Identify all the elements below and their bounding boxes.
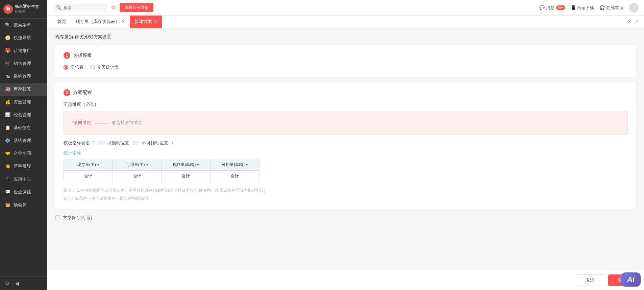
download-icon: 📱: [571, 5, 576, 10]
gift-icon: 🎁: [5, 48, 11, 54]
search-icon: 🔍: [5, 22, 11, 28]
sidebar-item-inventory[interactable]: 🏭 库存核算: [0, 83, 47, 96]
stats-col-0: 现存量(主) ▾ 合计: [64, 159, 113, 182]
sidebar-item-vip[interactable]: 👑 畅会员: [0, 198, 47, 211]
sidebar-item-wechat[interactable]: 💬 企业微信: [0, 186, 47, 198]
chevron-down-icon: ▾: [246, 163, 248, 167]
chevron-down-icon: ▾: [197, 163, 199, 167]
step2-label: 方案配置: [73, 90, 92, 96]
collapse-icon[interactable]: ◀: [15, 280, 19, 287]
stats-col-1-label: 可用量(主): [126, 162, 145, 168]
tab-inventory-label: 现存量（库存状况表）: [76, 19, 120, 25]
app-download-btn[interactable]: 📱 App下载: [571, 5, 594, 11]
expand-icon[interactable]: ⤢: [634, 19, 639, 25]
warehouse-icon: 🏭: [5, 86, 11, 92]
sidebar: 畅 畅康通好生意 标准版 🔍 搜索菜单 🧭 快捷导航 🎁 营销推广 🛒 销售管理…: [0, 0, 47, 290]
page-title: 现存量(库存状况表)方案设置: [55, 34, 636, 40]
sidebar-bottom: ⚙ ◀: [0, 276, 47, 290]
app-download-label: App下载: [577, 5, 594, 11]
dim-area[interactable]: *纵向维度 —— 请选择分组维度: [64, 111, 628, 135]
radio-summary-label: 汇总表: [70, 64, 83, 70]
money-icon: 💰: [5, 99, 11, 105]
app-edition: 标准版: [15, 9, 39, 14]
sidebar-item-system[interactable]: ⚙️ 系统管理: [0, 134, 47, 147]
sidebar-item-marketing[interactable]: 🎁 营销推广: [0, 44, 47, 57]
cancel-button[interactable]: 取消: [576, 274, 604, 286]
step1-card: 1 选择模板 汇总表 交叉统计表: [55, 45, 636, 77]
avatar[interactable]: [629, 3, 639, 13]
stats-label: 统计指标: [64, 150, 628, 156]
new-user-icon: 👋: [5, 163, 11, 169]
sidebar-item-base[interactable]: 📋 基础信息: [0, 121, 47, 134]
stats-table-header: 现存量(主) ▾ 合计 可用量(主) ▾ 合计: [64, 159, 259, 182]
stats-col-0-label: 现存量(主): [77, 162, 96, 168]
stats-col-3-header[interactable]: 可用量(基辅) ▾: [210, 159, 259, 171]
gear-icon[interactable]: ⚙: [5, 280, 9, 287]
stats-col-0-header[interactable]: 现存量(主) ▾: [64, 159, 113, 171]
tab-new-plan[interactable]: 新建方案 ✕: [130, 16, 162, 28]
tab-new-plan-label: 新建方案: [134, 19, 152, 25]
online-service-btn[interactable]: 🎧 在线客服: [599, 5, 624, 11]
close-window-icon[interactable]: ✕: [627, 19, 631, 25]
step2-header: 2 方案配置: [64, 89, 628, 96]
dim-section-label: 汇总维度（必选）: [64, 101, 628, 107]
footer-bar: 取消 查询: [47, 270, 644, 290]
stats-col-2-body: 合计: [162, 171, 210, 182]
stats-col-2-header[interactable]: 现存量(基辅) ▾: [162, 159, 210, 171]
sidebar-item-label: 基础信息: [14, 125, 31, 131]
tab-home[interactable]: 首页: [53, 16, 71, 28]
radio-cross[interactable]: 交叉统计表: [90, 64, 119, 70]
search-box[interactable]: 🔍: [53, 4, 107, 11]
dim-placeholder: 请选择分组维度: [112, 120, 142, 126]
search-input[interactable]: [64, 5, 97, 10]
template-radio-group: 汇总表 交叉统计表: [64, 64, 628, 70]
sidebar-item-nav[interactable]: 🧭 快捷导航: [0, 31, 47, 44]
tip-1: 提示： 1.拖动标题栏可以调整布局，不可跨维度或指标区域拖动栏目字段(只能在同一…: [64, 186, 628, 194]
sidebar-item-manage[interactable]: 📊 经营管理: [0, 108, 47, 121]
sidebar-item-purchase[interactable]: 🛍 采购管理: [0, 70, 47, 83]
sidebar-item-appcenter[interactable]: 📱 应用中心: [0, 173, 47, 186]
radio-cross-label: 交叉统计表: [97, 64, 119, 70]
sidebar-item-sales[interactable]: 🛒 销售管理: [0, 57, 47, 70]
save-checkbox[interactable]: [55, 215, 60, 220]
step1-label: 选择模板: [73, 52, 92, 58]
settings-icon: ⚙️: [5, 138, 11, 144]
message-btn[interactable]: 💬 消息 99+: [539, 5, 565, 11]
tab-inventory[interactable]: 现存量（库存状况表） ✕: [71, 16, 130, 28]
stats-col-2: 现存量(基辅) ▾ 合计: [162, 159, 211, 182]
save-row: 方案保存(可选): [55, 215, 636, 221]
stats-col-2-label: 现存量(基辅): [173, 162, 196, 168]
ai-badge[interactable]: Ai: [621, 272, 641, 287]
tab-home-label: 首页: [57, 19, 66, 25]
tab-inventory-close[interactable]: ✕: [122, 19, 125, 24]
tabs-actions: ✕ ⤢: [627, 19, 639, 25]
sidebar-item-finance[interactable]: 💰 资金管理: [0, 96, 47, 108]
tabs-bar: 首页 现存量（库存状况表） ✕ 新建方案 ✕ ✕ ⤢: [47, 16, 644, 28]
stats-col-1-header[interactable]: 可用量(主) ▾: [113, 159, 162, 171]
message-badge: 99+: [556, 5, 565, 10]
step1-num: 1: [64, 52, 70, 59]
radio-summary-circle: [64, 65, 68, 70]
app-center-icon: 📱: [5, 176, 11, 182]
movable-tag: [97, 141, 104, 145]
step2-card: 2 方案配置 汇总维度（必选） *纵向维度 —— 请选择分组维度 模板指标设定（…: [55, 82, 636, 209]
indicator-suffix: ）: [171, 140, 175, 146]
message-label: 消息: [546, 5, 555, 11]
save-label: 方案保存(可选): [63, 215, 92, 221]
settings-icon[interactable]: ⚙: [111, 4, 116, 11]
sidebar-item-label: 经营管理: [14, 112, 31, 118]
sidebar-item-label: 搜索菜单: [14, 22, 31, 28]
sidebar-item-collab[interactable]: 🤝 企业协同: [0, 147, 47, 160]
search-icon: 🔍: [56, 5, 61, 10]
sidebar-item-search[interactable]: 🔍 搜索菜单: [0, 19, 47, 31]
tab-new-plan-close[interactable]: ✕: [154, 19, 157, 24]
handshake-icon: 🤝: [5, 150, 11, 156]
sidebar-item-label: 采购管理: [14, 73, 31, 79]
industry-btn[interactable]: 体验行业方案: [120, 3, 153, 12]
dim-arrow: ——: [95, 119, 107, 126]
sidebar-item-label: 销售管理: [14, 61, 31, 67]
radio-summary[interactable]: 汇总表: [64, 64, 83, 70]
sidebar-item-newuser[interactable]: 👋 新手引导: [0, 160, 47, 173]
dim-required-mark: *纵向维度: [72, 120, 91, 126]
service-icon: 🎧: [599, 5, 605, 10]
